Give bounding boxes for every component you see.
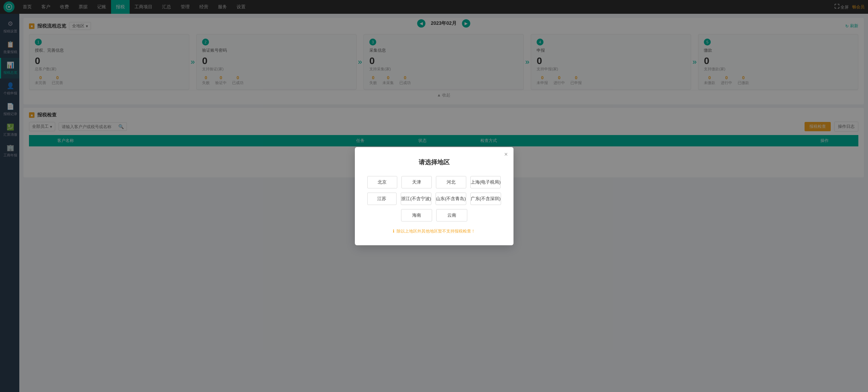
region-btn-上海(电子税局)[interactable]: 上海(电子税局) <box>470 176 501 188</box>
modal-region-row-1: 北京天津河北上海(电子税局) <box>367 176 501 188</box>
region-btn-河北[interactable]: 河北 <box>436 176 466 188</box>
modal-region-row-2: 江苏浙江(不含宁波)山东(不含青岛)广东(不含深圳) <box>367 193 501 205</box>
region-btn-北京[interactable]: 北京 <box>367 176 398 188</box>
region-btn-海南[interactable]: 海南 <box>401 209 432 221</box>
modal: × 请选择地区 北京天津河北上海(电子税局) 江苏浙江(不含宁波)山东(不含青岛… <box>355 147 513 245</box>
region-btn-广东(不含深圳)[interactable]: 广东(不含深圳) <box>470 193 501 205</box>
warning-icon: ℹ <box>393 229 395 234</box>
modal-close-btn[interactable]: × <box>504 151 508 157</box>
modal-overlay[interactable]: × 请选择地区 北京天津河北上海(电子税局) 江苏浙江(不含宁波)山东(不含青岛… <box>0 0 868 392</box>
region-btn-山东(不含青岛)[interactable]: 山东(不含青岛) <box>436 193 466 205</box>
modal-title: 请选择地区 <box>367 158 501 166</box>
region-btn-浙江(不含宁波)[interactable]: 浙江(不含宁波) <box>401 193 431 205</box>
region-btn-江苏[interactable]: 江苏 <box>367 193 397 205</box>
modal-warning: ℹ 除以上地区外其他地区暂不支持报税检查！ <box>367 228 501 234</box>
modal-region-row-3: 海南云南 <box>367 209 501 221</box>
region-btn-天津[interactable]: 天津 <box>401 176 432 188</box>
region-btn-云南[interactable]: 云南 <box>436 209 467 221</box>
